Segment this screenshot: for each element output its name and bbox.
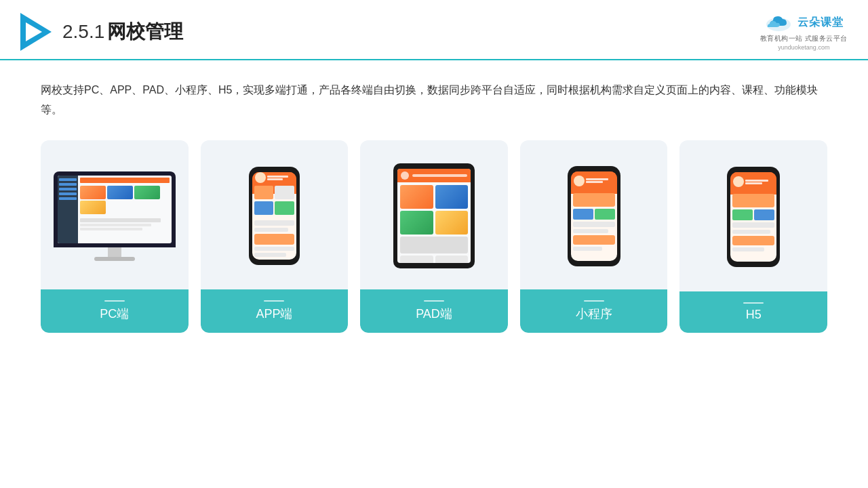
description-text: 网校支持PC、APP、PAD、小程序、H5，实现多端打通，产品各终端自由切换，数…: [41, 81, 827, 120]
logo-icon: [20, 13, 52, 51]
card-pad-label: PAD端: [360, 289, 508, 333]
brand-logo: 云朵课堂: [764, 12, 844, 33]
card-app: APP端: [201, 140, 349, 333]
card-h5-label: H5: [679, 291, 827, 333]
label-decoration: [743, 302, 764, 304]
card-pad: PAD端: [360, 140, 508, 333]
pc-monitor-icon: [54, 171, 176, 261]
card-miniprogram: 小程序: [520, 140, 668, 333]
card-miniprogram-label: 小程序: [520, 289, 668, 333]
card-app-image: [201, 140, 349, 289]
pad-ipad-icon: [393, 163, 475, 268]
miniprogram-phone-icon: [568, 166, 620, 266]
card-pc-label: PC端: [41, 289, 189, 333]
brand-area: 云朵课堂 教育机构一站 式服务云平台 yunduoketang.com: [760, 12, 848, 51]
card-pad-image: [360, 140, 508, 289]
device-cards: PC端: [41, 140, 827, 333]
label-decoration: [264, 300, 284, 302]
cloud-icon: [764, 12, 793, 33]
page-title: 2.5.1网校管理: [62, 19, 183, 45]
label-decoration: [424, 300, 444, 302]
card-h5: H5: [679, 140, 827, 333]
card-h5-image: [679, 140, 827, 291]
main-content: 网校支持PC、APP、PAD、小程序、H5，实现多端打通，产品各终端自由切换，数…: [0, 60, 868, 346]
card-app-label: APP端: [201, 289, 349, 333]
h5-phone-icon: [727, 167, 780, 267]
label-decoration: [584, 300, 604, 302]
card-miniprogram-image: [520, 140, 668, 289]
card-pc-image: [41, 140, 189, 289]
section-number: 2.5.1: [62, 21, 104, 42]
label-decoration: [104, 300, 125, 302]
brand-tagline: 教育机构一站 式服务云平台: [760, 34, 848, 43]
card-pc: PC端: [41, 140, 189, 333]
page-header: 2.5.1网校管理 云朵课堂 教育机构一站 式服务云平台 yunduoketan…: [0, 0, 868, 60]
brand-name: 云朵课堂: [797, 16, 844, 30]
brand-url: yunduoketang.com: [778, 44, 829, 51]
header-left: 2.5.1网校管理: [20, 13, 183, 51]
app-phone-icon: [249, 167, 300, 265]
